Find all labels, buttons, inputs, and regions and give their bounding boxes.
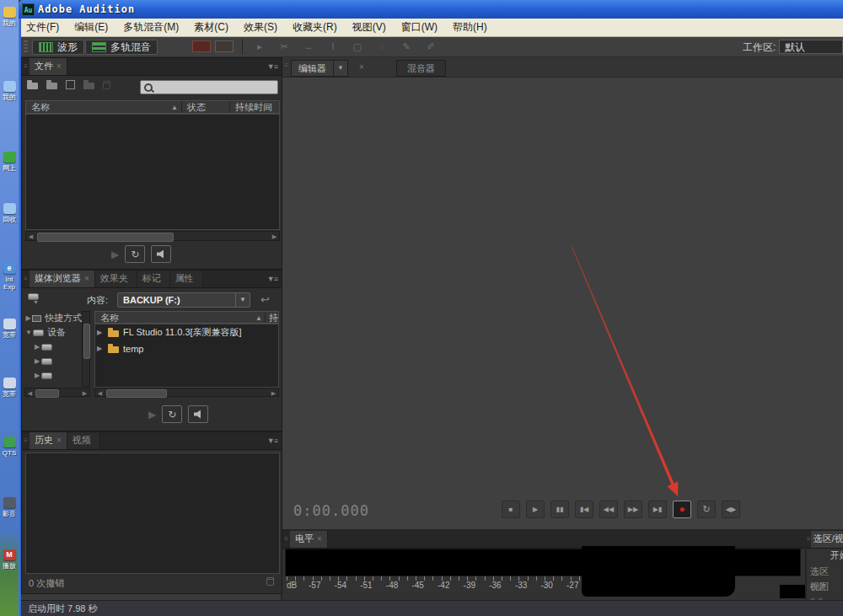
loop-button[interactable]: ↻: [162, 405, 182, 423]
scroll-right-icon[interactable]: ▶: [269, 388, 278, 398]
new-file-icon[interactable]: [66, 80, 75, 89]
delete-icon[interactable]: [103, 81, 110, 89]
tab-editor[interactable]: 编辑器 ▼: [291, 60, 348, 77]
tree-item-drive[interactable]: ▶: [24, 383, 82, 387]
tab-files[interactable]: 文件 ×: [30, 58, 67, 75]
close-icon[interactable]: ×: [359, 62, 364, 72]
expander-icon[interactable]: ▶: [24, 312, 32, 325]
menu-item[interactable]: 编辑(E): [67, 19, 115, 36]
spectral-pitch-button[interactable]: [215, 40, 234, 52]
close-icon[interactable]: ×: [317, 531, 322, 548]
desktop-icon[interactable]: 回收: [0, 203, 19, 223]
content-dropdown[interactable]: BACKUP (F:) ▼: [117, 292, 250, 308]
scroll-thumb[interactable]: [35, 389, 59, 398]
column-divider[interactable]: [229, 102, 230, 113]
title-bar[interactable]: Au Adobe Audition: [19, 0, 843, 19]
tab-levels[interactable]: 电平 ×: [290, 531, 328, 548]
desktop-icon[interactable]: QTS: [0, 437, 19, 457]
history-tab[interactable]: 历史 ×: [30, 432, 67, 449]
files-list[interactable]: [25, 114, 280, 230]
menu-item[interactable]: 收藏夹(R): [285, 19, 345, 36]
menu-item[interactable]: 窗口(W): [394, 19, 445, 36]
close-icon[interactable]: ×: [56, 432, 62, 449]
trash-icon[interactable]: [266, 577, 274, 586]
scroll-left-icon[interactable]: ◀: [95, 388, 105, 398]
tree-item-drive[interactable]: ▶: [24, 354, 82, 368]
back-arrow-icon[interactable]: ↩: [260, 293, 270, 306]
menu-item[interactable]: 效果(S): [236, 19, 285, 36]
desktop-icon[interactable]: e Int Exp: [0, 263, 19, 291]
history-tab[interactable]: 视频: [67, 432, 100, 449]
tool-icon[interactable]: ▢: [348, 39, 367, 54]
expander-icon[interactable]: ▶: [33, 369, 41, 383]
transport-button[interactable]: ◀◀: [599, 501, 618, 518]
desktop-icon[interactable]: 宽带: [0, 378, 19, 398]
menu-item[interactable]: 文件(F): [19, 19, 67, 36]
tool-icon[interactable]: ▸: [250, 39, 269, 54]
column-duration[interactable]: 持续时间: [269, 312, 279, 324]
tab-selection-view[interactable]: 选区/视图: [811, 531, 843, 548]
panel-menu-icon[interactable]: ▼≡: [263, 58, 282, 75]
waveform-view-button[interactable]: 波形: [32, 40, 84, 55]
editor-canvas[interactable]: [282, 78, 843, 529]
transport-button[interactable]: ▶▶: [624, 501, 642, 518]
close-icon[interactable]: ×: [56, 58, 62, 75]
desktop-icon[interactable]: 我的: [0, 7, 19, 27]
tab-mixer[interactable]: 混音器: [396, 60, 446, 77]
transport-button[interactable]: ◀▶: [722, 501, 740, 518]
media-tab[interactable]: 属性: [170, 271, 203, 287]
play-icon[interactable]: ▶: [111, 249, 119, 260]
transport-button[interactable]: ▮▮: [550, 501, 569, 518]
tree-item-devices[interactable]: ▼ 设备: [24, 325, 82, 340]
expander-icon[interactable]: ▶: [95, 326, 104, 340]
panel-menu-icon[interactable]: ▼≡: [263, 271, 282, 287]
play-icon[interactable]: ▶: [148, 409, 156, 420]
column-name[interactable]: 名称: [100, 312, 119, 324]
expander-icon[interactable]: ▼: [24, 326, 33, 340]
search-input[interactable]: [156, 81, 269, 94]
chevron-down-icon[interactable]: ▼: [333, 61, 347, 76]
files-list-header[interactable]: 名称 ▲ 状态 持续时间: [25, 100, 280, 114]
scroll-right-icon[interactable]: ▶: [80, 388, 89, 398]
media-filter-icon[interactable]: ▼: [28, 293, 39, 304]
panel-menu-icon[interactable]: ▼≡: [263, 432, 282, 449]
workspace-dropdown[interactable]: 默认: [779, 40, 843, 54]
tree-item-drive[interactable]: ▶: [24, 368, 82, 383]
expander-icon[interactable]: ▶: [33, 355, 41, 368]
tool-icon[interactable]: ✂: [275, 39, 293, 54]
expander-icon[interactable]: ▶: [95, 342, 104, 356]
transport-button[interactable]: ▶: [526, 501, 545, 518]
column-status[interactable]: 状态: [187, 101, 206, 114]
desktop-icon[interactable]: 宽带: [0, 319, 19, 339]
media-tab[interactable]: 效果夹: [95, 271, 137, 287]
media-list-hscrollbar[interactable]: ◀ ▶: [94, 388, 279, 397]
transport-button[interactable]: ↻: [697, 501, 716, 518]
transport-button[interactable]: ▮◀: [575, 501, 593, 518]
scroll-left-icon[interactable]: ◀: [25, 388, 35, 398]
media-tree[interactable]: ▶ 快捷方式 ▼ 设备 ▶ ▶ ▶ ▶: [24, 311, 82, 387]
desktop-icon[interactable]: 我的: [0, 81, 19, 101]
scroll-thumb[interactable]: [37, 233, 174, 242]
time-display[interactable]: 0:00.000: [293, 502, 369, 519]
media-list-header[interactable]: 名称 ▲ 持续时间: [94, 311, 279, 324]
desktop-icon[interactable]: 网上: [0, 152, 19, 172]
media-tree-hscrollbar[interactable]: ◀ ▶: [24, 388, 90, 397]
import-file-icon[interactable]: [46, 83, 57, 89]
expander-icon[interactable]: ▶: [33, 340, 41, 354]
search-box[interactable]: [140, 80, 278, 94]
expander-icon[interactable]: ▶: [33, 383, 41, 388]
sort-ascending-icon[interactable]: ▲: [171, 101, 178, 114]
column-name[interactable]: 名称: [31, 101, 50, 114]
tool-icon[interactable]: I: [324, 39, 342, 54]
multitrack-view-button[interactable]: 多轨混音: [85, 40, 158, 55]
menu-item[interactable]: 帮助(H): [445, 19, 495, 36]
folder-row[interactable]: ▶ FL Studio 11.0.3[亲测兼容版]: [95, 324, 278, 340]
spectral-frequency-button[interactable]: [192, 40, 211, 52]
tree-item-drive[interactable]: ▶: [24, 340, 82, 354]
autoplay-button[interactable]: [188, 405, 208, 423]
save-icon[interactable]: [83, 83, 94, 89]
tool-icon[interactable]: ✎: [397, 39, 416, 54]
scroll-right-icon[interactable]: ▶: [270, 232, 279, 241]
tool-icon[interactable]: ✐: [422, 39, 440, 54]
desktop-icon[interactable]: 影音: [0, 497, 19, 517]
